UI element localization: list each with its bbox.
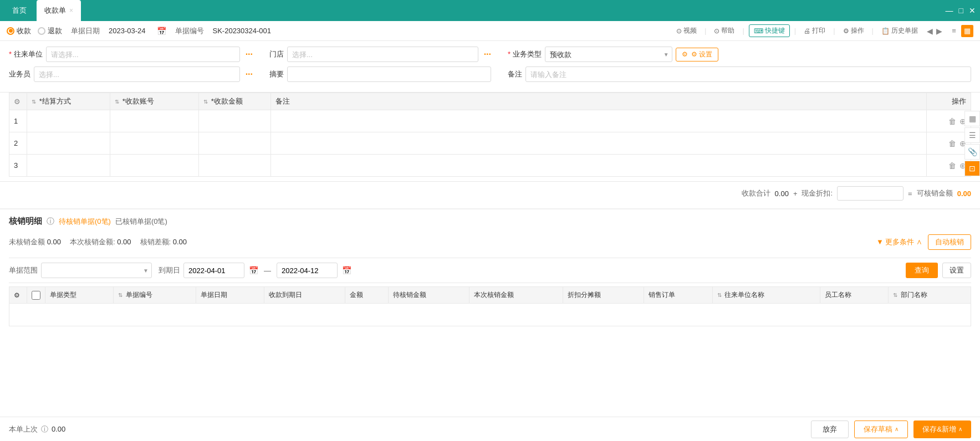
col-gear: ⚙ (9, 93, 27, 110)
row-account-2[interactable] (110, 132, 199, 155)
col-remark: 备注 (271, 93, 927, 110)
top-nav: 首页 收款单 × — □ ✕ (0, 0, 980, 21)
row-index-3: 3 (9, 155, 27, 177)
toolbar-row: 收款 退款 单据日期 2023-03-24 📅 单据编号 SK-20230324… (0, 21, 980, 41)
right-panel-book-btn[interactable]: ☰ (964, 127, 980, 143)
settings-btn2[interactable]: 设置 (942, 263, 971, 278)
row-amount-3[interactable] (199, 155, 271, 177)
help-btn[interactable]: ⊙ 帮助 (711, 25, 738, 37)
table-row: 1 🗑 ⊕ (9, 110, 971, 132)
date-to-input[interactable] (277, 263, 338, 278)
pending-tab[interactable]: 待核销单据(0笔) (59, 217, 111, 227)
table-gear-icon[interactable]: ⚙ (14, 98, 21, 106)
save-draft-arrow-icon: ∧ (895, 426, 899, 432)
auto-verify-btn[interactable]: 自动核销 (928, 234, 971, 250)
row-settlement-2[interactable] (27, 132, 110, 155)
row-remark-1[interactable] (271, 110, 927, 132)
bt-col-gear: ⚙ (9, 287, 27, 304)
row-account-1[interactable] (110, 110, 199, 132)
list-view-btn[interactable]: ≡ (948, 25, 960, 37)
nav-tabs: 首页 收款单 × (4, 0, 81, 21)
right-panel-clip-btn[interactable]: 📎 (964, 144, 980, 160)
query-btn[interactable]: 查询 (906, 263, 938, 278)
remark-input[interactable] (525, 66, 971, 82)
right-panel-expand-btn[interactable]: ⊡ (964, 161, 980, 176)
bt-col-check (27, 287, 45, 304)
summary-input[interactable] (287, 66, 491, 82)
right-panel-clip-icon: 📎 (968, 147, 977, 156)
bottom-table-gear-icon[interactable]: ⚙ (14, 291, 20, 299)
range-field: 单据范围 ▼ (9, 263, 152, 278)
bt-col-pending: 待核销金额 (389, 287, 469, 304)
right-panel-table-btn[interactable]: ▦ (964, 111, 980, 126)
right-panel: ▦ ☰ 📎 ⊡ (964, 111, 980, 176)
main-content: 收款 退款 单据日期 2023-03-24 📅 单据编号 SK-20230324… (0, 21, 980, 441)
staff-more-btn[interactable]: ··· (246, 69, 253, 79)
bt-col-type: 单据类型 (45, 287, 114, 304)
save-new-btn[interactable]: 保存&新增 ∧ (913, 421, 971, 438)
summary-field: 摘要 (269, 66, 491, 82)
table-row: 2 🗑 ⊕ (9, 132, 971, 155)
save-draft-btn[interactable]: 保存草稿 ∧ (854, 421, 908, 438)
row-delete-icon-3[interactable]: 🗑 (948, 161, 956, 170)
col-account: ⇅ *收款账号 (110, 93, 199, 110)
tab-home[interactable]: 首页 (4, 0, 34, 21)
date-to-calendar-icon[interactable]: 📅 (342, 266, 351, 275)
row-delete-icon-1[interactable]: 🗑 (948, 117, 956, 126)
window-minimize-icon[interactable]: — (946, 6, 953, 15)
row-index-2: 2 (9, 132, 27, 155)
row-settlement-3[interactable] (27, 155, 110, 177)
diff-stat: 核销差额: 0.00 (140, 237, 187, 247)
print-btn[interactable]: 🖨 打印 (800, 25, 829, 37)
range-select-wrap: ▼ (41, 263, 152, 278)
discount-input[interactable] (837, 186, 904, 201)
verify-info-icon[interactable]: ⓘ (47, 217, 54, 227)
date-from-input[interactable] (183, 263, 244, 278)
store-input[interactable] (287, 47, 478, 62)
tab-close-icon[interactable]: × (69, 7, 73, 14)
col-action: 操作 (927, 93, 971, 110)
completed-tab[interactable]: 已核销单据(0笔) (115, 217, 167, 227)
bottom-info-icon[interactable]: ⓘ (41, 424, 48, 434)
calendar-icon[interactable]: 📅 (157, 27, 166, 35)
date-from-calendar-icon[interactable]: 📅 (249, 266, 258, 275)
counterparty-label: * 往来单位 (9, 49, 43, 59)
grid-view-btn[interactable]: ▦ (961, 25, 973, 37)
tab-receipt[interactable]: 收款单 × (37, 0, 81, 21)
settings-button[interactable]: ⚙ ⚙ 设置 (676, 48, 718, 61)
remark-field: 备注 (508, 66, 971, 82)
store-more-btn[interactable]: ··· (484, 49, 491, 59)
row-delete-icon-2[interactable]: 🗑 (948, 139, 956, 148)
this-order-label: 本单上次 (9, 424, 38, 434)
operate-btn[interactable]: ⚙ 操作 (840, 25, 867, 37)
window-maximize-icon[interactable]: □ (959, 6, 963, 15)
window-close-icon[interactable]: ✕ (969, 6, 976, 15)
row-remark-2[interactable] (271, 132, 927, 155)
range-select[interactable] (41, 263, 152, 278)
row-account-3[interactable] (110, 155, 199, 177)
row-remark-3[interactable] (271, 155, 927, 177)
prev-arrow[interactable]: ◀ (926, 25, 934, 37)
discard-btn[interactable]: 放弃 (811, 421, 849, 438)
more-conditions-btn[interactable]: ▼ 更多条件 ∧ (876, 237, 922, 247)
staff-input[interactable] (34, 66, 240, 82)
next-arrow[interactable]: ▶ (935, 25, 943, 37)
print-icon: 🖨 (804, 27, 810, 35)
history-btn[interactable]: 📋 历史单据 (878, 25, 921, 37)
bt-col-sales: 销售订单 (644, 287, 712, 304)
row-settlement-1[interactable] (27, 110, 110, 132)
radio-receive-dot (7, 27, 14, 35)
row-amount-1[interactable] (199, 110, 271, 132)
table-section: ⚙ ⇅ *结算方式 ⇅ *收款账号 ⇅ *收款金额 备注 (0, 93, 980, 181)
counterparty-more-btn[interactable]: ··· (246, 49, 253, 59)
bottom-buttons: 放弃 保存草稿 ∧ 保存&新增 ∧ (811, 421, 971, 438)
counterparty-input[interactable] (46, 47, 240, 62)
number-value: SK-20230324-001 (213, 27, 272, 35)
select-all-checkbox[interactable] (32, 291, 40, 300)
business-type-select[interactable]: 预收款 (545, 47, 672, 62)
radio-refund[interactable]: 退款 (38, 26, 62, 36)
video-btn[interactable]: ⊙ 视频 (673, 25, 700, 37)
row-amount-2[interactable] (199, 132, 271, 155)
radio-receive[interactable]: 收款 (7, 26, 31, 36)
shortcut-btn[interactable]: ⌨ 快捷键 (749, 24, 790, 37)
